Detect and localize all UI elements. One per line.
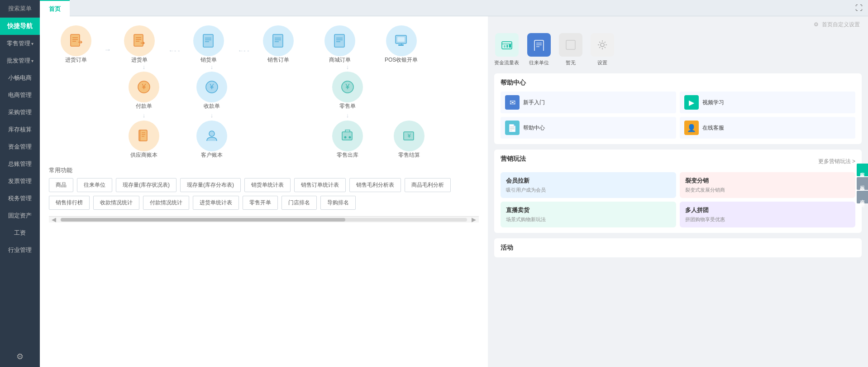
sidebar-item-industry-label: 行业管理 — [8, 246, 32, 254]
customize-label: 首页自定义设置 — [822, 21, 860, 28]
sidebar-item-purchase-label: 采购管理 — [8, 108, 32, 116]
help-center-card: 帮助中心 ✉ 新手入门 ▶ 视频学习 📄 帮助中心 👤 — [494, 73, 862, 144]
down-arr-7: ↓ — [185, 112, 239, 119]
marketing-item-fission[interactable]: 裂变分销 裂变式发展分销商 — [680, 172, 855, 198]
sidebar-item-retail[interactable]: 零售管理 ▾ — [0, 35, 40, 52]
sidebar-item-wholesale[interactable]: 批发管理 ▾ — [0, 52, 40, 69]
func-btn-receipt-stat[interactable]: 收款情况统计 — [93, 196, 139, 210]
quick-icon-cashflow[interactable]: 资金流量表 — [494, 33, 519, 66]
sidebar-item-tax[interactable]: 税务管理 — [0, 190, 40, 207]
svg-rect-31 — [139, 130, 141, 141]
func-btn-retail-order[interactable]: 零售开单 — [243, 196, 278, 210]
sidebar-item-ledger[interactable]: 总账管理 — [0, 155, 40, 173]
help-item-service[interactable]: 👤 在线客服 — [680, 117, 855, 139]
func-btn-sales-rank[interactable]: 销售排行榜 — [49, 196, 90, 210]
flow-node-customer-book[interactable]: 客户账本 — [185, 121, 239, 159]
sidebar-item-ecom[interactable]: 电商管理 — [0, 87, 40, 104]
sidebar-item-industry[interactable]: 行业管理 — [0, 241, 40, 259]
scroll-left-icon[interactable]: ◀ — [49, 216, 59, 223]
help-item-video[interactable]: ▶ 视频学习 — [680, 92, 855, 113]
scroll-bar[interactable]: ◀ ▶ — [49, 216, 479, 222]
down-arr-4 — [253, 64, 307, 70]
float-btn-desktop[interactable]: 桌面快捷 — [857, 191, 868, 203]
func-grid: 商品 往来单位 现存量(库存状况表) 现存量(库存分布表) 销货单统计表 销售订… — [49, 178, 479, 210]
flow-node-pos[interactable]: POS收银开单 — [374, 25, 429, 64]
sidebar: 搜索菜单 快捷导航 零售管理 ▾ 批发管理 ▾ 小畅电商 电商管理 采购管理 库… — [0, 0, 40, 367]
help-item-helpcenter[interactable]: 📄 帮助中心 — [501, 117, 676, 139]
flow-node-payment[interactable]: ¥ 付款单 — [117, 72, 171, 110]
fullscreen-icon[interactable]: ⛶ — [855, 4, 868, 12]
func-btn-sales-stat[interactable]: 销货单统计表 — [244, 178, 291, 192]
pos-icon — [386, 25, 417, 56]
help-item-newbie[interactable]: ✉ 新手入门 — [501, 92, 676, 113]
sidebar-item-inventory[interactable]: 库存核算 — [0, 121, 40, 138]
live-title: 直播卖货 — [506, 206, 671, 214]
flow-node-sales-order[interactable]: 销售订单 — [251, 25, 305, 64]
sidebar-item-ecom-small[interactable]: 小畅电商 — [0, 69, 40, 87]
mall-order-label: 商城订单 — [329, 56, 351, 64]
quick-icon-settings[interactable]: 设置 — [591, 33, 614, 66]
flow-node-purchase[interactable]: 进货单 — [112, 25, 167, 64]
sidebar-nav-quick[interactable]: 快捷导航 — [0, 18, 40, 35]
none-label: 暂无 — [566, 59, 576, 66]
retail-order-label: 零售单 — [339, 102, 356, 110]
more-marketing-link[interactable]: 更多营销玩法 > — [818, 158, 855, 165]
sidebar-search[interactable]: 搜索菜单 — [0, 0, 40, 18]
sidebar-item-fund[interactable]: 资金管理 — [0, 138, 40, 155]
func-btn-partner[interactable]: 往来单位 — [77, 178, 112, 192]
settings-icon — [591, 33, 614, 57]
quick-icon-none[interactable]: 暂无 — [559, 33, 582, 66]
func-btn-stock-status[interactable]: 现存量(库存状况表) — [116, 178, 176, 192]
flow-node-sales[interactable]: 销货单 — [181, 25, 236, 64]
marketing-header: 营销玩法 更多营销玩法 > — [501, 155, 855, 168]
flow-node-receipt[interactable]: ¥ 收款单 — [185, 72, 239, 110]
purchase-order-icon — [61, 25, 91, 56]
pos-label: POS收银开单 — [385, 56, 418, 64]
down-arr-5: ↓ — [320, 64, 375, 70]
retail-settle-icon: ¥ — [394, 121, 424, 151]
func-btn-payment-stat[interactable]: 付款情况统计 — [143, 196, 189, 210]
func-btn-sales-order-stat[interactable]: 销售订单统计表 — [294, 178, 346, 192]
func-btn-sales-profit[interactable]: 销售毛利分析表 — [349, 178, 401, 192]
scroll-track[interactable] — [61, 218, 467, 222]
marketing-grid: 会员拉新 吸引用户成为会员 裂变分销 裂变式发展分销商 直播卖货 场景式购物新玩… — [501, 172, 855, 227]
flow-node-mall-order[interactable]: 商城订单 — [313, 25, 367, 64]
float-btn-service[interactable]: 客服热线 — [857, 164, 868, 176]
activity-section: 活动 — [494, 238, 862, 257]
retail-out-icon — [332, 121, 363, 151]
func-btn-stock-dist[interactable]: 现存量(库存分布表) — [180, 178, 241, 192]
marketing-item-live[interactable]: 直播卖货 场景式购物新玩法 — [501, 202, 676, 227]
tab-bar: 首页 ⛶ — [40, 0, 868, 16]
tab-home[interactable]: 首页 — [40, 0, 70, 16]
flow-node-supplier-book[interactable]: 供应商账本 — [117, 121, 171, 159]
scroll-right-icon[interactable]: ▶ — [469, 216, 479, 223]
flow-node-retail-order[interactable]: ¥ 零售单 — [320, 72, 375, 110]
customize-link[interactable]: ⚙ 首页自定义设置 — [494, 21, 862, 29]
flow-node-purchase-order[interactable]: 进货订单 — [49, 25, 103, 64]
quick-nav-panel: 进货订单 → 进货单 ←- - — [40, 16, 488, 367]
sidebar-item-salary[interactable]: 工资 — [0, 224, 40, 241]
marketing-item-group[interactable]: 多人拼团 拼团购物享受优惠 — [680, 202, 855, 227]
svg-text:¥: ¥ — [345, 83, 350, 91]
func-btn-purchase-stat[interactable]: 进货单统计表 — [193, 196, 239, 210]
float-btn-community[interactable]: 服务社区 — [857, 177, 868, 190]
sidebar-item-purchase[interactable]: 采购管理 — [0, 104, 40, 121]
func-btn-guide-rank[interactable]: 导购排名 — [320, 196, 356, 210]
flow-node-retail-out[interactable]: 零售出库 — [320, 121, 375, 159]
content-area: 进货订单 → 进货单 ←- - — [40, 16, 868, 367]
func-btn-goods[interactable]: 商品 — [49, 178, 73, 192]
func-btn-goods-profit[interactable]: 商品毛利分析 — [405, 178, 451, 192]
video-icon: ▶ — [684, 95, 699, 110]
func-btn-store-rank[interactable]: 门店排名 — [281, 196, 317, 210]
quick-icon-partner[interactable]: 往来单位 — [527, 33, 551, 66]
marketing-item-member[interactable]: 会员拉新 吸引用户成为会员 — [501, 172, 676, 198]
sidebar-settings-button[interactable]: ⚙ — [0, 346, 40, 367]
flow-node-retail-settle[interactable]: ¥ 零售结算 — [382, 121, 436, 159]
fission-desc: 裂变式发展分销商 — [685, 187, 850, 193]
group-desc: 拼团购物享受优惠 — [685, 216, 850, 223]
customer-book-icon — [196, 121, 227, 151]
sidebar-item-assets[interactable]: 固定资产 — [0, 207, 40, 224]
sidebar-item-invoice[interactable]: 发票管理 — [0, 173, 40, 190]
arrow-1: → — [103, 46, 112, 54]
service-label: 在线客服 — [702, 124, 724, 132]
